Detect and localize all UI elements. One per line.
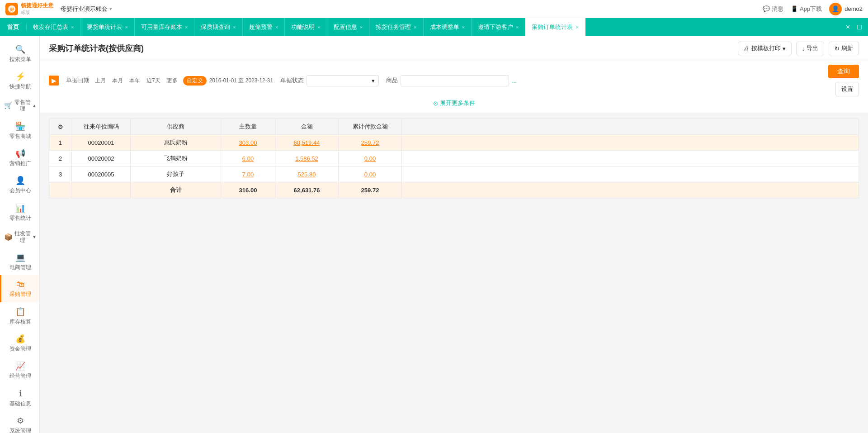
table-footer-row: 合计 316.00 62,631.76 259.72 [49, 182, 859, 198]
sidebar-item-ecommerce[interactable]: 💻 电商管理 [0, 248, 39, 275]
qty-link[interactable]: 7.00 [242, 171, 254, 178]
sidebar-item-marketing[interactable]: 📢 营销推广 [0, 144, 39, 171]
query-button[interactable]: 查询 [828, 65, 859, 78]
close-tab-icon[interactable]: × [233, 24, 236, 30]
close-all-tabs-button[interactable]: × [843, 22, 853, 32]
filter-right-actions: 查询 设置 [828, 65, 859, 96]
message-icon: 💬 [763, 5, 770, 12]
sidebar-item-label: 会员中心 [9, 187, 31, 194]
print-button[interactable]: 🖨 按模板打印 ▾ [738, 42, 792, 55]
search-icon: 🔍 [15, 44, 25, 54]
col-amount-header: 金额 [275, 119, 339, 135]
close-tab-icon[interactable]: × [185, 24, 188, 30]
message-button[interactable]: 💬 消息 [763, 5, 783, 13]
amount-link[interactable]: 525.80 [298, 171, 316, 178]
nav-tab-baozhi[interactable]: 保质期查询 × [194, 18, 242, 36]
nav-tab-yaohuo[interactable]: 要货单统计表 × [80, 18, 134, 36]
qty-link[interactable]: 6.00 [242, 155, 254, 162]
sidebar-item-label: 快捷导航 [9, 83, 31, 90]
member-icon: 👤 [15, 176, 25, 186]
status-select[interactable]: ▾ [307, 75, 379, 86]
nav-tab-shoufa[interactable]: 收发存汇总表 × [27, 18, 80, 36]
retail-icon: 🛒 [4, 101, 13, 109]
purchase-icon: 🛍 [16, 280, 24, 289]
col-qty-header: 主数量 [221, 119, 275, 135]
workspace-arrow-icon: ▾ [109, 6, 112, 12]
username-label: demo2 [844, 5, 863, 12]
close-tab-icon[interactable]: × [125, 24, 127, 30]
refresh-icon: ↻ [835, 45, 840, 52]
amount-link[interactable]: 1,586.52 [295, 155, 318, 162]
export-button[interactable]: ↓ 导出 [796, 42, 825, 55]
sidebar-item-label: 库存核算 [9, 319, 31, 325]
workspace-label: 母婴行业演示账套 [61, 5, 108, 13]
maximize-button[interactable]: □ [854, 22, 864, 32]
nav-tab-chengben[interactable]: 成本调整单 × [424, 18, 472, 36]
nav-tab-chao[interactable]: 超储预警 × [243, 18, 285, 36]
close-tab-icon[interactable]: × [462, 24, 465, 30]
last-7days-shortcut[interactable]: 近7天 [144, 76, 163, 86]
close-tab-icon[interactable]: × [71, 24, 74, 30]
more-dates-shortcut[interactable]: 更多 [164, 76, 180, 86]
last-month-shortcut[interactable]: 上月 [92, 76, 108, 86]
sidebar-item-retail-manage[interactable]: 🛒 零售管理 ▲ [0, 95, 39, 117]
goods-filter-label: 商品 [386, 76, 398, 85]
amount-link[interactable]: 60,519.44 [294, 139, 320, 146]
nav-home-tab[interactable]: 首页 [0, 23, 27, 31]
sidebar-item-nav[interactable]: ⚡ 快捷导航 [0, 67, 39, 94]
refresh-button[interactable]: ↻ 刷新 [829, 42, 859, 55]
sidebar-item-wholesale[interactable]: 📦 批发管理 ▼ [0, 226, 39, 248]
row-amount: 1,586.52 [275, 151, 339, 167]
this-month-shortcut[interactable]: 本月 [109, 76, 126, 86]
row-code: 00020001 [72, 135, 131, 151]
nav-tab-keyong[interactable]: 可用量库存账本 × [135, 18, 194, 36]
this-year-shortcut[interactable]: 本年 [127, 76, 143, 86]
sidebar-item-system[interactable]: ⚙ 系统管理 [0, 411, 39, 433]
nav-tab-yaoqing[interactable]: 邀请下游客户 × [472, 18, 525, 36]
sidebar-item-label: 零售管理 [14, 99, 31, 112]
sidebar-item-retail-stats[interactable]: 📊 零售统计 [0, 199, 39, 226]
goods-input[interactable] [401, 75, 509, 86]
close-tab-icon[interactable]: × [414, 24, 416, 30]
paid-link[interactable]: 0.00 [364, 155, 376, 162]
avatar: 👤 [829, 3, 842, 15]
nav-tab-peizhi[interactable]: 配置信息 × [327, 18, 369, 36]
settings-button[interactable]: 设置 [835, 82, 859, 96]
stats-icon: 📊 [15, 203, 25, 213]
nav-tab-gongneng[interactable]: 功能说明 × [285, 18, 327, 36]
footer-label: 合计 [131, 182, 221, 198]
paid-link[interactable]: 0.00 [364, 171, 376, 178]
table-row[interactable]: 2 00020002 飞鹤奶粉 6.00 1,586.52 0.00 [49, 151, 859, 167]
sidebar-item-retail-mall[interactable]: 🏪 零售商城 [0, 117, 39, 144]
sidebar-item-basic-info[interactable]: ℹ 基础信息 [0, 384, 39, 411]
sidebar-item-operations[interactable]: 📈 经营管理 [0, 357, 39, 384]
close-tab-icon[interactable]: × [317, 24, 320, 30]
main-layout: 🔍 搜索菜单 ⚡ 快捷导航 🛒 零售管理 ▲ 🏪 零售商城 📢 营销推广 👤 会… [0, 36, 868, 433]
row-qty: 303.00 [221, 135, 275, 151]
sidebar-item-search[interactable]: 🔍 搜索菜单 [0, 40, 39, 67]
close-tab-icon[interactable]: × [516, 24, 519, 30]
sidebar-item-finance[interactable]: 💰 资金管理 [0, 329, 39, 357]
more-filters-button[interactable]: ... [512, 77, 517, 84]
close-tab-icon[interactable]: × [360, 24, 363, 30]
nav-tab-caigou[interactable]: 采购订单统计表 × [525, 18, 585, 36]
app-download-button[interactable]: 📱 App下载 [791, 5, 822, 13]
nav-tab-jianhuo[interactable]: 拣货任务管理 × [369, 18, 423, 36]
sidebar-item-stock[interactable]: 📋 库存核算 [0, 302, 39, 329]
system-icon: ⚙ [17, 416, 24, 426]
mall-icon: 🏪 [15, 121, 25, 131]
expand-filters-button[interactable]: ⊙ 展开更多条件 [433, 99, 475, 107]
close-tab-icon[interactable]: × [576, 24, 578, 30]
sidebar-item-purchase[interactable]: 🛍 采购管理 [0, 275, 39, 302]
sidebar-item-label: 基础信息 [9, 400, 31, 407]
sidebar-item-member[interactable]: 👤 会员中心 [0, 171, 39, 198]
qty-link[interactable]: 303.00 [239, 139, 257, 146]
paid-link[interactable]: 259.72 [361, 139, 379, 146]
filter-toggle-button[interactable]: ▶ [49, 76, 59, 86]
sidebar-item-label: 电商管理 [9, 264, 31, 271]
close-tab-icon[interactable]: × [275, 24, 278, 30]
settings-col-icon[interactable]: ⚙ [58, 124, 63, 130]
table-row[interactable]: 3 00020005 好孩子 7.00 525.80 0.00 [49, 167, 859, 182]
workspace-selector[interactable]: 母婴行业演示账套 ▾ [57, 3, 116, 15]
table-row[interactable]: 1 00020001 惠氏奶粉 303.00 60,519.44 259.72 [49, 135, 859, 151]
